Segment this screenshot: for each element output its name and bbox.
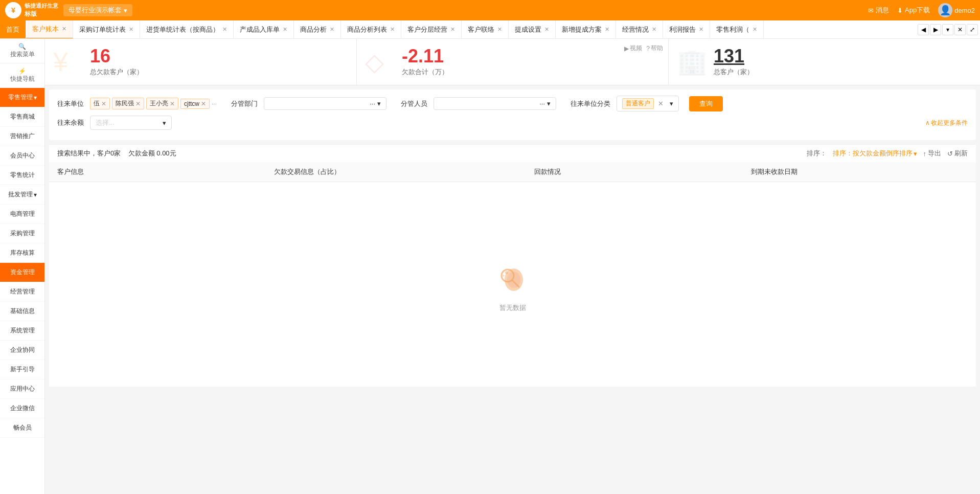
tab-product-analysis-list[interactable]: 商品分析列表 ✕ — [341, 20, 401, 39]
app-download-btn[interactable]: ⬇ App下载 — [897, 6, 930, 15]
tab-product-inbound-close[interactable]: ✕ — [283, 26, 287, 33]
filter-tag-chen-close[interactable]: ✕ — [135, 100, 141, 107]
tab-profit-report[interactable]: 利润报告 ✕ — [663, 20, 710, 39]
message-btn[interactable]: ✉ 消息 — [868, 6, 889, 15]
workspace-name: 母婴行业演示帐套 — [69, 6, 122, 15]
sidebar-item-retail-mgmt[interactable]: 零售管理 ▾ — [0, 88, 44, 107]
top-right-tools: ✉ 消息 ⬇ App下载 👤 demo2 — [868, 3, 975, 17]
export-btn[interactable]: ↑ 导出 — [923, 149, 942, 158]
tab-customer-tier[interactable]: 客户分层经营 ✕ — [401, 20, 462, 39]
empty-text: 暂无数据 — [499, 303, 526, 312]
sidebar-quick-nav[interactable]: ⚡ 快捷导航 — [0, 63, 44, 88]
tab-customer-tier-close[interactable]: ✕ — [450, 26, 455, 33]
workspace-selector[interactable]: 母婴行业演示帐套 ▾ — [63, 4, 132, 16]
collapse-btn[interactable]: ∧ 收起更多条件 — [925, 119, 968, 127]
filter-person-select[interactable]: ··· ▾ — [434, 97, 556, 110]
retail-mall-label: 零售商城 — [10, 113, 35, 120]
tab-proposal-settings-close[interactable]: ✕ — [544, 26, 549, 33]
app-download-label: App下载 — [905, 6, 930, 15]
tab-fullscreen[interactable]: ⤢ — [967, 24, 978, 35]
sidebar-item-retail-mall[interactable]: 零售商城 — [0, 107, 44, 127]
tab-product-analysis[interactable]: 商品分析 ✕ — [294, 20, 341, 39]
stat-label-total-customers: 总客户（家） — [714, 68, 754, 77]
sidebar-item-enterprise-wechat[interactable]: 企业微信 — [0, 399, 44, 418]
retail-stats-label: 零售统计 — [10, 171, 35, 178]
tab-retail-profit[interactable]: 零售利润（ ✕ — [710, 20, 764, 39]
refresh-btn[interactable]: ↺ 刷新 — [947, 149, 968, 158]
tab-business-status-close[interactable]: ✕ — [652, 26, 656, 33]
tab-customer-contact-close[interactable]: ✕ — [497, 26, 502, 33]
sidebar-item-inventory[interactable]: 库存核算 — [0, 243, 44, 263]
tab-proposal-settings[interactable]: 提成设置 ✕ — [509, 20, 556, 39]
collapse-label: 收起更多条件 — [931, 119, 968, 127]
filter-tag-wang-text: 王小亮 — [150, 99, 168, 108]
tab-home-label: 首页 — [6, 25, 19, 34]
export-label: 导出 — [928, 149, 941, 158]
tab-menu[interactable]: ▾ — [942, 24, 953, 35]
sidebar-item-new-guide[interactable]: 新手引导 — [0, 360, 44, 379]
tab-product-analysis-list-label: 商品分析列表 — [347, 25, 387, 34]
sidebar-item-vip-member[interactable]: 畅会员 — [0, 418, 44, 438]
stat-card2-actions: ▶ 视频 ? 帮助 — [624, 44, 663, 53]
sidebar-item-enterprise-collab[interactable]: 企业协同 — [0, 341, 44, 360]
help-btn[interactable]: ? 帮助 — [646, 44, 663, 53]
tab-inbound-stats-close[interactable]: ✕ — [222, 26, 227, 33]
stat-card-total-customers: 🏢 131 总客户（家） — [669, 39, 980, 85]
app-version: 标版 — [25, 10, 58, 18]
tab-product-inbound[interactable]: 产成品入库单 ✕ — [234, 20, 294, 39]
query-button[interactable]: 查询 — [689, 96, 723, 111]
tab-close-all[interactable]: ✕ — [954, 24, 966, 35]
tab-product-analysis-list-close[interactable]: ✕ — [390, 26, 395, 33]
sidebar-item-app-center[interactable]: 应用中心 — [0, 379, 44, 399]
filter-category-select[interactable]: 普通客户 ✕ ▾ — [617, 96, 679, 111]
sidebar-item-retail-stats[interactable]: 零售统计 — [0, 166, 44, 185]
tab-scroll-left[interactable]: ◀ — [918, 24, 929, 35]
sort-btn[interactable]: 排序：按欠款金额倒序排序 ▾ — [833, 149, 917, 158]
tab-purchase-order[interactable]: 采购订单统计表 ✕ — [73, 20, 140, 39]
tab-customer-book-label: 客户账本 — [32, 25, 59, 34]
filter-tag-wang-close[interactable]: ✕ — [170, 100, 175, 107]
sidebar-item-marketing[interactable]: 营销推广 — [0, 127, 44, 146]
tab-profit-report-close[interactable]: ✕ — [699, 26, 703, 33]
col-due-date: 到期未收款日期 — [751, 167, 968, 176]
tab-customer-contact[interactable]: 客户联络 ✕ — [462, 20, 509, 39]
filter-category-tag-close[interactable]: ✕ — [658, 100, 664, 107]
tab-new-proposal[interactable]: 新增提成方案 ✕ — [556, 20, 616, 39]
sidebar-search[interactable]: 🔍 搜索菜单 — [0, 39, 44, 63]
tab-scroll-right[interactable]: ▶ — [930, 24, 941, 35]
sidebar-item-member-center[interactable]: 会员中心 — [0, 146, 44, 166]
tab-new-proposal-close[interactable]: ✕ — [605, 26, 609, 33]
filter-tag-cjttcw-close[interactable]: ✕ — [201, 100, 206, 107]
wholesale-mgmt-label: 批发管理 — [8, 190, 33, 199]
tab-customer-book[interactable]: 客户账本 ✕ — [26, 20, 73, 39]
table-header: 客户信息 欠款交易信息（占比） 回款情况 到期未收款日期 — [49, 162, 976, 182]
marketing-label: 营销推广 — [10, 132, 35, 140]
filter-balance-select[interactable]: 选择... ▾ — [90, 116, 172, 130]
filter-tag-chen: 陈民强 ✕ — [112, 98, 144, 109]
user-profile[interactable]: 👤 demo2 — [938, 3, 975, 17]
tab-inbound-stats-label: 进货单统计表（按商品） — [146, 25, 219, 34]
sidebar-item-ecommerce[interactable]: 电商管理 — [0, 205, 44, 224]
tab-business-status[interactable]: 经营情况 ✕ — [616, 20, 663, 39]
tab-retail-profit-close[interactable]: ✕ — [753, 26, 757, 33]
tab-customer-book-close[interactable]: ✕ — [62, 26, 66, 32]
sidebar-item-basic-info[interactable]: 基础信息 — [0, 302, 44, 321]
nav-tabs: 首页 客户账本 ✕ 采购订单统计表 ✕ 进货单统计表（按商品） ✕ 产成品入库单… — [0, 20, 980, 39]
tab-purchase-order-close[interactable]: ✕ — [129, 26, 133, 33]
sidebar-item-purchase-mgmt[interactable]: 采购管理 — [0, 224, 44, 243]
filter-tag-wu-close[interactable]: ✕ — [101, 100, 106, 107]
filter-dept-select[interactable]: ··· ▾ — [264, 97, 386, 110]
sidebar-item-capital-mgmt[interactable]: 资金管理 — [0, 263, 44, 282]
sidebar-item-business-mgmt[interactable]: 经营管理 — [0, 282, 44, 302]
stat-card-customers: ¥ 16 总欠款客户（家） — [45, 39, 357, 85]
video-btn[interactable]: ▶ 视频 — [624, 44, 642, 53]
tab-home[interactable]: 首页 — [0, 20, 26, 39]
sidebar-item-wholesale-mgmt[interactable]: 批发管理 ▾ — [0, 185, 44, 205]
tab-product-analysis-close[interactable]: ✕ — [330, 26, 334, 33]
stats-row: ¥ 16 总欠款客户（家） ◇ -2.11 欠款合计（万） ▶ 视频 ? 帮助 — [45, 39, 980, 85]
filter-row-1: 往来单位 伍 ✕ 陈民强 ✕ 王小亮 ✕ cjttcw — [57, 96, 968, 111]
tab-inbound-stats[interactable]: 进货单统计表（按商品） ✕ — [140, 20, 234, 39]
filter-more-btn[interactable]: ··· — [212, 100, 217, 107]
inventory-label: 库存核算 — [10, 249, 35, 256]
sidebar-item-system-mgmt[interactable]: 系统管理 — [0, 321, 44, 341]
